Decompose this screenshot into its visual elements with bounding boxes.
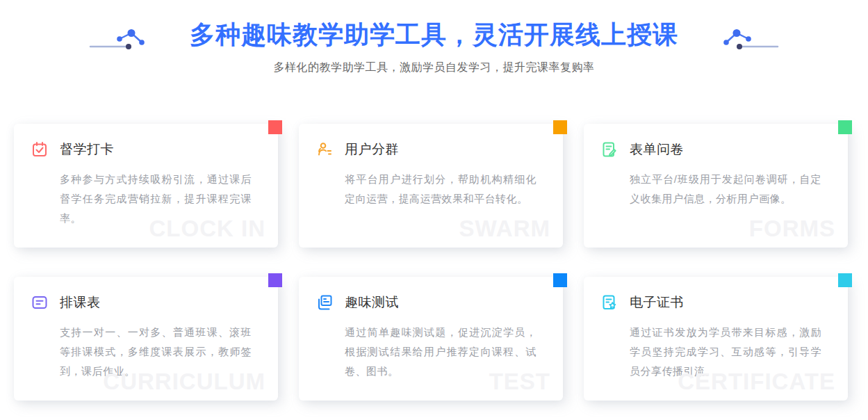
feature-card-certificate: 电子证书 通过证书发放为学员带来目标感，激励学员坚持完成学习、互动感等，引导学员…	[584, 277, 848, 401]
schedule-icon	[31, 293, 49, 312]
feature-card-forms: 表单问卷 独立平台/班级用于发起问卷调研，自定义收集用户信息，分析用户画像。 F…	[584, 124, 848, 248]
certificate-star-icon	[600, 293, 619, 312]
card-title: 电子证书	[630, 293, 684, 312]
page-header: 多种趣味教学助学工具，灵活开展线上授课 多样化的教学助学工具，激励学员自发学习，…	[0, 0, 868, 75]
feature-card-test: 趣味测试 通过简单趣味测试题，促进沉淀学员，根据测试结果给用户推荐定向课程、试卷…	[299, 277, 563, 401]
user-group-icon	[316, 140, 334, 159]
card-description: 支持一对一、一对多、普通班课、滚班等排课模式，多维度课表展示，教师签到，课后作业…	[60, 323, 252, 381]
form-survey-icon	[600, 140, 619, 159]
card-description: 将平台用户进行划分，帮助机构精细化定向运营，提高运营效果和平台转化。	[345, 170, 537, 209]
page-subtitle: 多样化的教学助学工具，激励学员自发学习，提升完课率复购率	[0, 60, 868, 75]
card-description: 多种参与方式持续吸粉引流，通过课后督学任务完成营销拉新，提升课程完课率。	[60, 170, 252, 228]
corner-accent	[553, 273, 567, 287]
card-watermark: FORMS	[749, 216, 835, 242]
card-description: 通过简单趣味测试题，促进沉淀学员，根据测试结果给用户推荐定向课程、试卷、图书。	[345, 323, 537, 381]
card-title: 用户分群	[345, 140, 399, 159]
corner-accent	[838, 120, 852, 134]
card-title: 排课表	[60, 293, 101, 312]
card-title: 督学打卡	[60, 140, 114, 159]
corner-accent	[268, 120, 282, 134]
corner-accent	[553, 120, 567, 134]
card-description: 独立平台/班级用于发起问卷调研，自定义收集用户信息，分析用户画像。	[630, 170, 821, 209]
feature-card-swarm: 用户分群 将平台用户进行划分，帮助机构精细化定向运营，提高运营效果和平台转化。 …	[299, 124, 563, 248]
page-title: 多种趣味教学助学工具，灵活开展线上授课	[190, 17, 678, 51]
card-title: 表单问卷	[630, 140, 684, 159]
card-watermark: SWARM	[459, 216, 551, 242]
calendar-check-icon	[31, 140, 49, 159]
corner-accent	[268, 273, 282, 287]
card-title: 趣味测试	[345, 293, 399, 312]
header-deco-right-icon	[699, 21, 779, 56]
card-description: 通过证书发放为学员带来目标感，激励学员坚持完成学习、互动感等，引导学员分享传播引…	[630, 323, 821, 381]
feature-card-curriculum: 排课表 支持一对一、一对多、普通班课、滚班等排课模式，多维度课表展示，教师签到，…	[14, 277, 278, 401]
feature-card-grid: 督学打卡 多种参与方式持续吸粉引流，通过课后督学任务完成营销拉新，提升课程完课率…	[0, 75, 868, 401]
quiz-cards-icon	[316, 293, 334, 312]
corner-accent	[838, 273, 852, 287]
header-deco-left-icon	[89, 21, 169, 56]
feature-card-clock-in: 督学打卡 多种参与方式持续吸粉引流，通过课后督学任务完成营销拉新，提升课程完课率…	[14, 124, 278, 248]
